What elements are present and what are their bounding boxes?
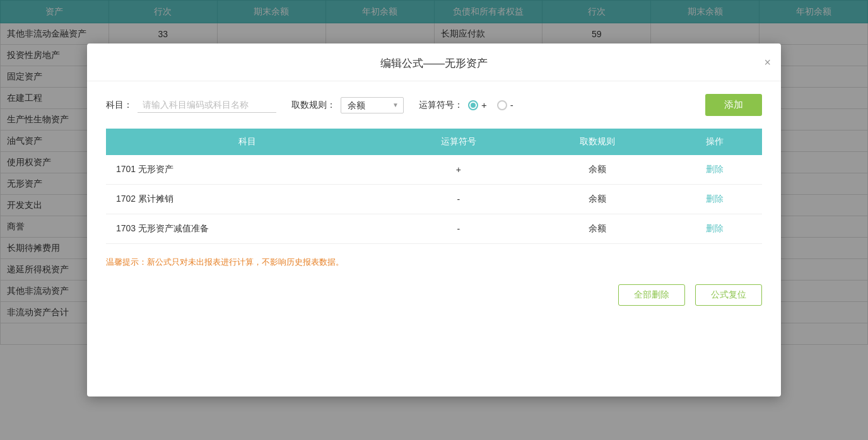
formula-table-head: 科目 运算符号 取数规则 操作 (106, 129, 762, 155)
subject-input[interactable] (138, 97, 276, 113)
formula-form: 科目： 取数规则： 余额借方贷方借方发生额贷方发生额 ▼ 运算符号： + (87, 81, 781, 129)
formula-operator: + (389, 155, 529, 185)
add-button[interactable]: 添加 (705, 94, 762, 116)
hint-text: 温馨提示：新公式只对未出报表进行计算，不影响历史报表数据。 (87, 244, 781, 278)
modal-dialog: 编辑公式——无形资产 × 科目： 取数规则： 余额借方贷方借方发生额贷方发生额 … (87, 43, 781, 397)
delete-link[interactable]: 删除 (706, 194, 724, 204)
radio-plus-label: + (481, 100, 487, 110)
subject-label: 科目： (106, 100, 132, 111)
formula-action: 删除 (667, 155, 762, 185)
rule-select[interactable]: 余额借方贷方借方发生额贷方发生额 (341, 97, 404, 113)
delete-link[interactable]: 删除 (706, 164, 724, 174)
formula-operator: - (389, 185, 529, 214)
formula-rule: 余额 (528, 185, 667, 214)
formula-operator: - (389, 214, 529, 244)
modal-header: 编辑公式——无形资产 × (87, 43, 781, 81)
close-button[interactable]: × (764, 57, 771, 68)
rule-label: 取数规则： (291, 100, 336, 111)
formula-action: 删除 (667, 214, 762, 244)
radio-minus-label: - (510, 100, 513, 110)
rule-group: 取数规则： 余额借方贷方借方发生额贷方发生额 ▼ (291, 97, 404, 113)
modal-footer: 全部删除 公式复位 (87, 278, 781, 321)
th-rule: 取数规则 (528, 129, 667, 155)
formula-rule: 余额 (528, 155, 667, 185)
th-subject: 科目 (106, 129, 389, 155)
formula-subject: 1702 累计摊销 (106, 185, 389, 214)
radio-plus-circle (468, 100, 478, 110)
th-action: 操作 (667, 129, 762, 155)
formula-row: 1702 累计摊销 - 余额 删除 (106, 185, 762, 214)
radio-minus-circle (497, 100, 507, 110)
modal-title: 编辑公式——无形资产 (380, 57, 488, 69)
delete-link[interactable]: 删除 (706, 223, 724, 233)
rule-select-wrapper: 余额借方贷方借方发生额贷方发生额 ▼ (341, 97, 404, 113)
operator-group: 运算符号： + - (419, 100, 513, 111)
formula-subject: 1701 无形资产 (106, 155, 389, 185)
formula-table-wrapper: 科目 运算符号 取数规则 操作 1701 无形资产 + 余额 删除 1702 累… (87, 129, 781, 244)
th-operator: 运算符号 (389, 129, 529, 155)
formula-action: 删除 (667, 185, 762, 214)
reset-button[interactable]: 公式复位 (695, 284, 762, 306)
radio-minus[interactable]: - (497, 100, 513, 110)
subject-group: 科目： (106, 97, 276, 113)
formula-row: 1703 无形资产减值准备 - 余额 删除 (106, 214, 762, 244)
formula-rule: 余额 (528, 214, 667, 244)
formula-subject: 1703 无形资产减值准备 (106, 214, 389, 244)
modal-overlay: 编辑公式——无形资产 × 科目： 取数规则： 余额借方贷方借方发生额贷方发生额 … (0, 0, 868, 440)
formula-table-body: 1701 无形资产 + 余额 删除 1702 累计摊销 - 余额 删除 1703… (106, 155, 762, 244)
radio-plus[interactable]: + (468, 100, 487, 110)
formula-table: 科目 运算符号 取数规则 操作 1701 无形资产 + 余额 删除 1702 累… (106, 129, 762, 244)
formula-row: 1701 无形资产 + 余额 删除 (106, 155, 762, 185)
delete-all-button[interactable]: 全部删除 (618, 284, 685, 306)
operator-radio-group: + - (468, 100, 513, 110)
formula-table-header-row: 科目 运算符号 取数规则 操作 (106, 129, 762, 155)
operator-label: 运算符号： (419, 100, 463, 111)
